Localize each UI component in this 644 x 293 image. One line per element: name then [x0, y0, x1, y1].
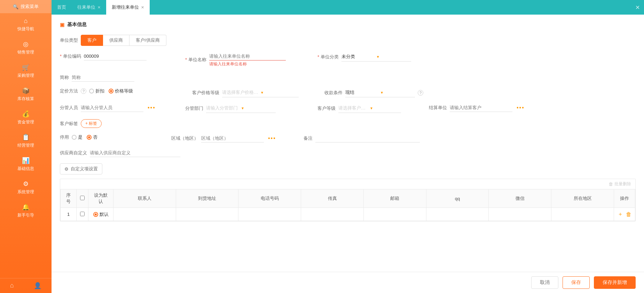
cell-phone[interactable]: [238, 208, 301, 221]
sidebar-item-system[interactable]: ⚙ 系统管理: [0, 176, 52, 199]
tab-bar-close-icon[interactable]: ✕: [635, 4, 640, 11]
customer-level-placeholder: 请选择客户等级: [338, 105, 370, 111]
address-input[interactable]: [180, 212, 235, 217]
notes-input[interactable]: [315, 134, 420, 143]
cell-email[interactable]: [363, 208, 426, 221]
default-radio-item[interactable]: 默认: [93, 211, 109, 218]
pricing-method-label: 定价方法: [60, 88, 78, 94]
col-wechat: 微信: [489, 189, 551, 208]
cell-wechat[interactable]: [489, 208, 551, 221]
location-input[interactable]: [555, 212, 610, 217]
payment-terms-select[interactable]: 现结 ▼: [345, 88, 415, 97]
col-contact: 联系人: [113, 189, 176, 208]
sidebar-item-quick-nav[interactable]: ⌂ 快捷导航: [0, 13, 52, 36]
payment-terms-help-icon[interactable]: ?: [418, 90, 423, 96]
table-row: 1 默认: [61, 208, 635, 221]
supplier-custom-label: 供应商自定义: [60, 150, 87, 156]
wechat-input[interactable]: [492, 212, 548, 217]
guide-icon: 🔔: [22, 203, 30, 211]
department-select[interactable]: 请输入分管部门 ▼: [206, 104, 276, 113]
notes-label: 备注: [304, 135, 313, 141]
region-dots-btn[interactable]: •••: [267, 135, 277, 141]
abbreviation-input[interactable]: [72, 73, 134, 82]
unit-name-input[interactable]: [209, 52, 286, 60]
save-new-button[interactable]: 保存并新增: [594, 276, 636, 289]
sidebar-item-sales[interactable]: ◎ 销售管理: [0, 36, 52, 59]
settlement-unit-label: 结算单位: [429, 105, 447, 111]
tab-new-contact-close-icon[interactable]: ✕: [141, 5, 144, 10]
sidebar-user-icon[interactable]: 👤: [34, 282, 41, 290]
manager-row: 分管人员 ••• 分管部门 请输入分管部门 ▼ 客户等级 请选择客户等级 ▼: [60, 104, 636, 113]
type-btn-supplier[interactable]: 供应商: [103, 35, 129, 46]
sidebar-item-inventory-label: 库存核算: [17, 96, 34, 102]
manager-input[interactable]: [81, 104, 143, 112]
cell-qq[interactable]: [426, 208, 489, 221]
sidebar-item-inventory[interactable]: 📦 库存核算: [0, 83, 52, 106]
type-btn-both[interactable]: 客户/供应商: [129, 35, 166, 46]
pricing-help-icon[interactable]: ?: [81, 88, 86, 94]
cell-contact[interactable]: [113, 208, 176, 221]
sidebar-item-guide[interactable]: 🔔 新手引导: [0, 199, 52, 222]
contact-input[interactable]: [117, 212, 172, 217]
batch-delete-label[interactable]: 批量删除: [614, 181, 631, 187]
radio-disabled-no[interactable]: 否: [87, 134, 97, 140]
sidebar-item-quick-nav-label: 快捷导航: [17, 26, 34, 32]
sidebar-bottom: ⌂ 👤: [0, 278, 52, 293]
sidebar-home-icon[interactable]: ⌂: [10, 282, 14, 290]
quick-nav-icon: ⌂: [24, 17, 28, 25]
cell-location[interactable]: [551, 208, 614, 221]
type-btn-customer[interactable]: 客户: [81, 35, 103, 46]
sidebar-item-system-label: 系统管理: [17, 189, 34, 195]
tab-contacts-close-icon[interactable]: ✕: [97, 5, 101, 10]
payment-terms-value: 现结: [345, 89, 380, 96]
radio-price-level[interactable]: 价格等级: [109, 88, 133, 94]
settlement-unit-dots-btn[interactable]: •••: [515, 105, 526, 111]
tab-contacts[interactable]: 往来单位 ✕: [72, 0, 106, 15]
sidebar-item-sales-label: 销售管理: [17, 49, 34, 55]
tab-home[interactable]: 首页: [52, 0, 72, 15]
customer-price-level-select[interactable]: 请选择客户价格等级 ▼: [222, 88, 299, 97]
sidebar: 🔍 搜索菜单 ⌂ 快捷导航 ◎ 销售管理 🛒 采购管理 📦 库存核算 💰 资金管…: [0, 0, 52, 293]
supplier-custom-input[interactable]: [90, 149, 180, 157]
radio-disabled-yes[interactable]: 是: [72, 134, 83, 140]
phone-input[interactable]: [242, 212, 297, 217]
cell-fax[interactable]: [301, 208, 364, 221]
row-checkbox[interactable]: [80, 212, 85, 216]
region-input[interactable]: [201, 134, 264, 143]
unit-type-field: 单位类型 客户 供应商 客户/供应商: [60, 35, 636, 46]
delete-row-icon[interactable]: 🗑: [626, 211, 631, 218]
sidebar-item-purchase-label: 采购管理: [17, 73, 34, 79]
unit-category-select[interactable]: 未分类 ▼: [341, 52, 411, 62]
cell-address[interactable]: [176, 208, 238, 221]
qq-input[interactable]: [430, 212, 485, 217]
add-tag-button[interactable]: + 标签: [81, 119, 102, 128]
region-field: 区域（地区） •••: [171, 134, 290, 143]
unit-code-input[interactable]: [84, 52, 147, 60]
sales-icon: ◎: [23, 40, 29, 48]
search-menu[interactable]: 🔍 搜索菜单: [0, 0, 52, 13]
cancel-button[interactable]: 取消: [531, 276, 558, 289]
select-all-checkbox[interactable]: [80, 196, 85, 200]
disabled-label: 停用: [60, 134, 69, 140]
sidebar-item-operations[interactable]: 📋 经营管理: [0, 129, 52, 153]
add-row-icon[interactable]: ＋: [618, 211, 623, 218]
email-input[interactable]: [367, 212, 423, 217]
unit-code-field: 单位编码: [60, 52, 171, 60]
customer-level-select[interactable]: 请选择客户等级 ▼: [338, 104, 401, 113]
sidebar-item-finance[interactable]: 💰 资金管理: [0, 106, 52, 129]
disabled-field: 停用 是 否: [60, 134, 157, 140]
custom-settings-button[interactable]: ⚙ 自定义项设置: [60, 163, 102, 174]
fax-input[interactable]: [305, 212, 360, 217]
tab-home-label: 首页: [57, 4, 66, 10]
sidebar-item-purchase[interactable]: 🛒 采购管理: [0, 59, 52, 83]
settlement-unit-input[interactable]: [450, 104, 512, 112]
form-content: ▣ 基本信息 单位类型 客户 供应商 客户/供应商 单位编码 单位名称: [52, 15, 644, 272]
payment-terms-chevron-icon: ▼: [380, 91, 415, 95]
save-button[interactable]: 保存: [563, 276, 590, 289]
supplier-custom-row: 供应商自定义: [60, 149, 636, 157]
manager-dots-btn[interactable]: •••: [146, 105, 157, 111]
col-qq: qq: [426, 189, 489, 208]
radio-discount[interactable]: 折扣: [89, 88, 104, 94]
sidebar-item-basic-info[interactable]: 📊 基础信息: [0, 153, 52, 176]
tab-new-contact[interactable]: 新增往来单位 ✕: [106, 0, 150, 15]
